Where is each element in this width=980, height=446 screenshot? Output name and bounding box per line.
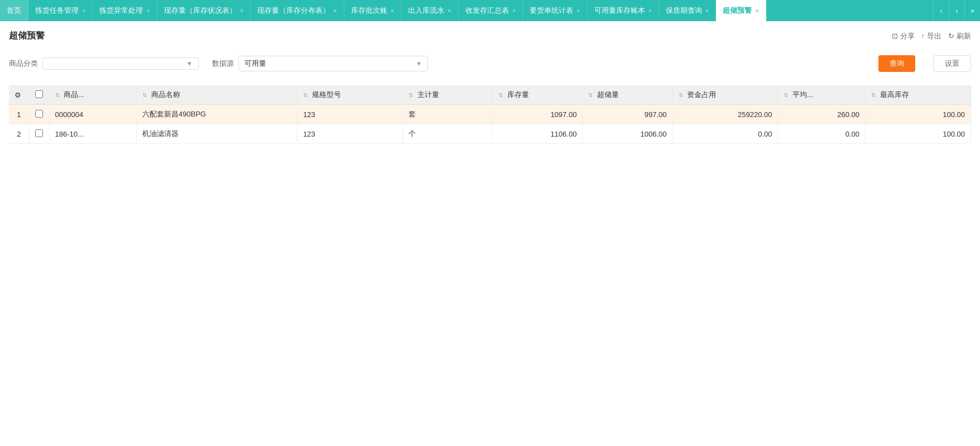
gear-icon[interactable]: ⚙: [15, 91, 21, 99]
refresh-icon: ↻: [948, 32, 954, 40]
query-button[interactable]: 查询: [878, 55, 915, 72]
page-title: 超储预警: [9, 30, 45, 42]
nav-prev-button[interactable]: ‹: [933, 0, 949, 21]
table-row: 1 0000004 六配套新昌490BPG 123 套 1097.00 997.…: [9, 105, 971, 124]
spec-2: 123: [297, 124, 403, 144]
export-icon: ↑: [921, 32, 925, 40]
spec-1: 123: [297, 105, 403, 124]
sort-icon: ⇅: [871, 92, 876, 98]
close-icon[interactable]: ×: [82, 7, 85, 14]
sort-icon: ⇅: [498, 92, 503, 98]
nav-item-overstock[interactable]: 超储预警 ×: [716, 0, 766, 21]
datasource-select[interactable]: 可用量 ▼: [238, 56, 428, 71]
overstock-2: 1006.00: [583, 124, 672, 144]
checkbox-column-header: [29, 85, 49, 105]
close-icon[interactable]: ×: [391, 7, 394, 14]
nav-item-batch[interactable]: 库存批次账 ×: [344, 0, 401, 21]
avg-2: 0.00: [778, 124, 866, 144]
nav-next-button[interactable]: ›: [949, 0, 964, 21]
nav-arrows: ‹ › ×: [933, 0, 980, 21]
export-button[interactable]: ↑ 导出: [921, 31, 942, 41]
unit-1: 套: [403, 105, 493, 124]
row-select-checkbox[interactable]: [35, 129, 43, 137]
nav-item-requisition[interactable]: 要货单统计表 ×: [523, 0, 587, 21]
unit-2: 个: [403, 124, 493, 144]
col-avg: ⇅ 平均...: [778, 85, 866, 105]
product-name-1: 六配套新昌490BPG: [137, 105, 297, 124]
sort-icon: ⇅: [55, 92, 60, 98]
avg-1: 260.00: [778, 105, 866, 124]
sort-icon: ⇅: [784, 92, 788, 98]
header-actions: ⊡ 分享 ↑ 导出 ↻ 刷新: [892, 31, 972, 41]
close-icon[interactable]: ×: [448, 7, 451, 14]
nav-item-stock-status[interactable]: 现存量（库存状况表） ×: [157, 0, 251, 21]
stock-2: 1106.00: [493, 124, 583, 144]
select-all-checkbox[interactable]: [35, 90, 43, 98]
filter-bar: 商品分类 ▼ 数据源 可用量 ▼ 查询 设置: [9, 51, 971, 76]
table-header: ⚙ ⇅ 商品... ⇅ 商品名称 ⇅ 规格型号 ⇅: [9, 85, 971, 105]
product-code-2: 186-10...: [49, 124, 137, 144]
nav-close-button[interactable]: ×: [964, 0, 980, 21]
capital-2: 0.00: [672, 124, 778, 144]
datasource-value: 可用量: [244, 59, 266, 69]
nav-item-home[interactable]: 首页: [0, 0, 28, 21]
capital-1: 259220.00: [672, 105, 778, 124]
close-icon[interactable]: ×: [755, 7, 758, 14]
chevron-down-icon: ▼: [416, 60, 422, 67]
sort-icon: ⇅: [142, 92, 147, 98]
data-table: ⚙ ⇅ 商品... ⇅ 商品名称 ⇅ 规格型号 ⇅: [9, 85, 971, 144]
close-icon[interactable]: ×: [240, 7, 243, 14]
nav-item-stock-dist[interactable]: 现存量（库存分布表） ×: [251, 0, 344, 21]
sort-icon: ⇅: [679, 92, 683, 98]
close-icon[interactable]: ×: [705, 7, 709, 14]
close-icon[interactable]: ×: [648, 7, 652, 14]
datasource-label: 数据源: [212, 59, 234, 69]
col-spec: ⇅ 规格型号: [297, 85, 403, 105]
table-body: 1 0000004 六配套新昌490BPG 123 套 1097.00 997.…: [9, 105, 971, 144]
col-product-code: ⇅ 商品...: [49, 85, 137, 105]
page-header: 超储预警 ⊡ 分享 ↑ 导出 ↻ 刷新: [9, 30, 971, 42]
col-unit: ⇅ 主计量: [403, 85, 493, 105]
top-navigation: 首页 拣货任务管理 × 拣货异常处理 × 现存量（库存状况表） × 现存量（库存…: [0, 0, 980, 21]
col-stock: ⇅ 库存量: [493, 85, 583, 105]
col-capital: ⇅ 资金占用: [672, 85, 778, 105]
row-checkbox-1: [29, 105, 49, 124]
table-row: 2 186-10... 机油滤清器 123 个 1106.00 1006.00 …: [9, 124, 971, 144]
datasource-filter: 数据源 可用量 ▼: [212, 56, 428, 71]
page-content: 超储预警 ⊡ 分享 ↑ 导出 ↻ 刷新 商品分类 ▼ 数据源: [0, 21, 980, 446]
product-code-1: 0000004: [49, 105, 137, 124]
nav-item-summary[interactable]: 收发存汇总表 ×: [459, 0, 523, 21]
overstock-1: 997.00: [583, 105, 672, 124]
chevron-down-icon: ▼: [186, 60, 193, 67]
category-filter: 商品分类 ▼: [9, 57, 199, 70]
row-select-checkbox[interactable]: [35, 110, 43, 118]
refresh-button[interactable]: ↻ 刷新: [948, 31, 971, 41]
share-button[interactable]: ⊡ 分享: [892, 31, 915, 41]
gear-column-header: ⚙: [9, 85, 29, 105]
close-icon[interactable]: ×: [333, 7, 337, 14]
stock-1: 1097.00: [493, 105, 583, 124]
category-select[interactable]: ▼: [42, 57, 199, 70]
nav-item-task-mgmt[interactable]: 拣货任务管理 ×: [28, 0, 93, 21]
close-icon[interactable]: ×: [512, 7, 516, 14]
max-stock-1: 100.00: [866, 105, 971, 124]
settings-button[interactable]: 设置: [933, 55, 971, 72]
col-max-stock: ⇅ 最高库存: [866, 85, 971, 105]
product-name-2: 机油滤清器: [137, 124, 297, 144]
max-stock-2: 100.00: [866, 124, 971, 144]
nav-item-abnormal[interactable]: 拣货异常处理 ×: [93, 0, 157, 21]
sort-icon: ⇅: [588, 92, 593, 98]
nav-item-flow[interactable]: 出入库流水 ×: [401, 0, 458, 21]
row-num-2: 2: [9, 124, 29, 144]
share-icon: ⊡: [892, 32, 898, 40]
row-checkbox-2: [29, 124, 49, 144]
sort-icon: ⇅: [303, 92, 308, 98]
nav-item-available[interactable]: 可用量库存账本 ×: [588, 0, 659, 21]
close-icon[interactable]: ×: [146, 7, 150, 14]
sort-icon: ⇅: [409, 92, 413, 98]
col-product-name: ⇅ 商品名称: [137, 85, 297, 105]
row-num-1: 1: [9, 105, 29, 124]
nav-item-quality[interactable]: 保质期查询 ×: [659, 0, 716, 21]
close-icon[interactable]: ×: [577, 7, 580, 14]
category-label: 商品分类: [9, 59, 38, 69]
